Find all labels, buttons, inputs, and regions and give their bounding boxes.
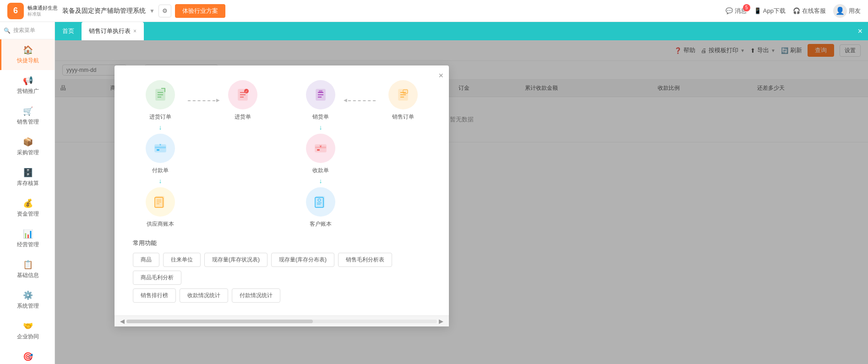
flow-node-receipt[interactable]: ¥ 收款单 — [293, 134, 348, 174]
flow-rows-container: 进货订单 ↓ ¥ 付款单 ↓ — [133, 80, 431, 228]
arrow-v-4: ↓ — [319, 174, 322, 187]
purchase-slip-circle[interactable]: ✓ — [228, 80, 257, 109]
sidebar-item-quick-nav[interactable]: 🏠 快捷导航 — [0, 39, 55, 70]
operation-icon: 📊 — [23, 229, 33, 239]
modal-box: × 进货订单 — [115, 65, 449, 326]
sales-slip-label: 销货单 — [312, 113, 329, 121]
supplier-ledger-circle[interactable] — [146, 187, 175, 217]
sidebar-item-basic[interactable]: 📋 基础信息 — [0, 254, 55, 285]
flow-node-purchase-order[interactable]: 进货订单 — [133, 80, 188, 121]
svg-rect-26 — [317, 149, 320, 151]
func-buttons-row2: 销售排行榜 收款情况统计 付款情况统计 — [133, 288, 431, 303]
svg-text:✓: ✓ — [245, 90, 248, 93]
scrollbar-thumb[interactable] — [126, 320, 313, 323]
h-arrow-1 — [188, 80, 215, 101]
arrow-v-3: ↓ — [159, 174, 162, 187]
tab-home[interactable]: 首页 — [55, 22, 82, 40]
payment-label: 付款单 — [152, 167, 169, 174]
right-column: 销售订单 — [376, 80, 431, 121]
inventory-icon: 🗄️ — [23, 168, 33, 178]
sidebar-item-marketing[interactable]: 📢 营销推广 — [0, 70, 55, 101]
flow-node-sales-slip[interactable]: 销货单 — [293, 80, 348, 121]
modal-close-button[interactable]: × — [438, 71, 443, 81]
dropdown-arrow-icon[interactable]: ▼ — [149, 8, 155, 14]
flow-node-sales-order[interactable]: 销售订单 — [376, 80, 431, 121]
func-btn-product-gross[interactable]: 商品毛利分析 — [133, 271, 181, 285]
finance-icon: 💰 — [23, 198, 33, 208]
system-title: 装备及固定资产辅助管理系统 — [62, 7, 146, 15]
sales-order-circle[interactable] — [388, 80, 418, 109]
sidebar-item-enterprise[interactable]: 🤝 企业协同 — [0, 315, 55, 346]
payment-circle[interactable]: ¥ — [146, 134, 175, 163]
receipt-label: 收款单 — [312, 167, 329, 174]
purchase-order-circle[interactable] — [146, 80, 175, 109]
svg-rect-23 — [319, 90, 322, 93]
sidebar: 🔍 搜索菜单 🏠 快捷导航 📢 营销推广 🛒 销售管理 📦 采购管理 🗄️ 库存… — [0, 22, 55, 364]
sidebar-item-guide[interactable]: 🎯 新手引导 — [0, 346, 55, 364]
func-btn-receipt-stat[interactable]: 收款情况统计 — [180, 288, 228, 303]
modal-scrollbar[interactable]: ◀ ▶ — [115, 315, 449, 326]
flow-node-customer-ledger[interactable]: 客户账本 — [293, 187, 348, 228]
message-button[interactable]: 💬 消息 5 — [726, 7, 747, 15]
receipt-circle[interactable]: ¥ — [306, 134, 335, 163]
app-download-button[interactable]: 📱 App下载 — [754, 7, 786, 15]
svg-rect-5 — [155, 147, 166, 148]
arrow-v-2: ↓ — [319, 121, 322, 134]
enterprise-icon: 🤝 — [23, 321, 33, 331]
sidebar-item-purchase[interactable]: 📦 采购管理 — [0, 131, 55, 162]
content-area: 首页 销售订单执行表 × × ❓ 帮助 🖨 按模板打印 ▼ — [55, 22, 868, 364]
common-func-title: 常用功能 — [133, 239, 431, 247]
sidebar-item-sales[interactable]: 🛒 销售管理 — [0, 101, 55, 131]
sidebar-item-inventory[interactable]: 🗄️ 库存核算 — [0, 162, 55, 193]
func-btn-counterpart[interactable]: 往来单位 — [163, 253, 201, 267]
tab-close-all[interactable]: × — [857, 22, 868, 40]
func-btn-payment-stat[interactable]: 付款情况统计 — [232, 288, 280, 303]
sidebar-search[interactable]: 🔍 搜索菜单 — [0, 22, 55, 39]
top-header: 6 畅康通好生意 标准版 装备及固定资产辅助管理系统 ▼ ⚙ 体验行业方案 💬 … — [0, 0, 868, 22]
header-right: 💬 消息 5 📱 App下载 🎧 在线客服 👤 用友 — [726, 4, 861, 18]
logo-text: 畅康通好生意 标准版 — [27, 5, 58, 17]
tab-bar: 首页 销售订单执行表 × × — [55, 22, 868, 40]
scroll-left-arrow[interactable]: ◀ — [120, 318, 125, 325]
gear-icon[interactable]: ⚙ — [158, 5, 171, 17]
tab-close-icon[interactable]: × — [133, 28, 136, 34]
message-badge: 5 — [743, 4, 750, 11]
flow-node-payment[interactable]: ¥ 付款单 — [133, 134, 188, 174]
purchase-slip-label: 进货单 — [235, 113, 251, 121]
modal-overlay[interactable]: × 进货订单 — [55, 40, 868, 364]
sidebar-item-finance[interactable]: 💰 资金管理 — [0, 193, 55, 223]
flow-node-supplier-ledger[interactable]: 供应商账本 — [133, 187, 188, 228]
logo-area: 6 畅康通好生意 标准版 — [7, 3, 62, 19]
flow-node-purchase-slip[interactable]: ✓ 进货单 — [215, 80, 270, 121]
trial-button[interactable]: 体验行业方案 — [175, 4, 225, 18]
page-content: ❓ 帮助 🖨 按模板打印 ▼ ⬆ 导出 ▼ 🔄 刷新 查询 — [55, 40, 868, 364]
customer-ledger-circle[interactable] — [306, 187, 335, 217]
h-arrow-2 — [348, 80, 376, 101]
func-btn-inventory-dist[interactable]: 现存量(库存分布表) — [271, 253, 334, 267]
sidebar-item-system[interactable]: ⚙️ 系统管理 — [0, 285, 55, 315]
message-icon: 💬 — [726, 7, 733, 14]
sales-order-label: 销售订单 — [392, 113, 414, 121]
avatar: 👤 — [833, 4, 847, 18]
search-icon: 🔍 — [4, 27, 11, 34]
download-icon: 📱 — [754, 7, 761, 14]
func-buttons-row1: 商品 往来单位 现存量(库存状况表) 现存量(库存分布表) 销售毛利分析表 商品… — [133, 253, 431, 285]
tab-sales-order[interactable]: 销售订单执行表 × — [82, 22, 144, 40]
main-layout: 🔍 搜索菜单 🏠 快捷导航 📢 营销推广 🛒 销售管理 📦 采购管理 🗄️ 库存… — [0, 22, 868, 364]
customer-ledger-label: 客户账本 — [310, 220, 332, 228]
user-area[interactable]: 👤 用友 — [833, 4, 861, 18]
common-func-area: 常用功能 商品 往来单位 现存量(库存状况表) 现存量(库存分布表) 销售毛利分… — [115, 239, 449, 315]
purchase-icon: 📦 — [23, 137, 33, 147]
func-btn-inventory-status[interactable]: 现存量(库存状况表) — [204, 253, 267, 267]
func-btn-sales-gross[interactable]: 销售毛利分析表 — [338, 253, 392, 267]
guide-icon: 🎯 — [23, 352, 33, 362]
scroll-right-arrow[interactable]: ▶ — [439, 318, 443, 325]
middle-right-column: 销货单 ↓ ¥ 收款单 ↓ — [293, 80, 348, 228]
left-column: 进货订单 ↓ ¥ 付款单 ↓ — [133, 80, 188, 228]
system-title-area: 装备及固定资产辅助管理系统 ▼ ⚙ 体验行业方案 — [62, 4, 726, 18]
sidebar-item-operation[interactable]: 📊 经营管理 — [0, 223, 55, 254]
func-btn-product[interactable]: 商品 — [133, 253, 159, 267]
sales-slip-circle[interactable] — [306, 80, 335, 109]
online-service-button[interactable]: 🎧 在线客服 — [793, 7, 826, 15]
func-btn-sales-rank[interactable]: 销售排行榜 — [133, 288, 176, 303]
